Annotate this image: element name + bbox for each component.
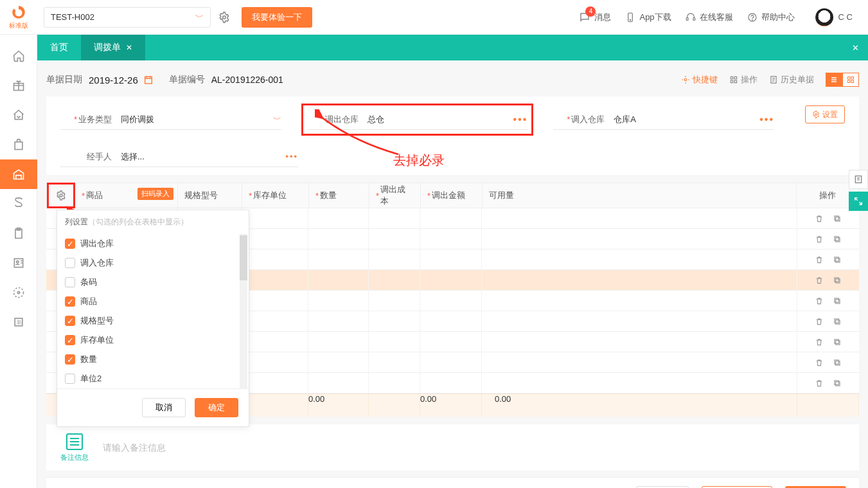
- handler-field[interactable]: 经手人 选择... •••: [60, 147, 298, 167]
- col-cost: *调出成本: [369, 183, 421, 208]
- more-icon[interactable]: •••: [759, 114, 774, 125]
- calendar-icon[interactable]: [143, 75, 154, 85]
- rail-money-icon[interactable]: [0, 189, 37, 219]
- column-toggle-item[interactable]: ✓规格型号: [65, 311, 241, 330]
- delete-icon[interactable]: [815, 379, 824, 388]
- nav-help[interactable]: 帮助中心: [747, 12, 795, 23]
- copy-icon[interactable]: [833, 296, 842, 305]
- checkbox-icon[interactable]: ✓: [65, 335, 75, 345]
- checkbox-icon[interactable]: ✓: [65, 316, 75, 326]
- save-button[interactable]: 保存 ▾: [785, 486, 846, 489]
- column-toggle-item[interactable]: ✓数量: [65, 350, 241, 369]
- nav-app-download[interactable]: App下载: [625, 12, 671, 23]
- discard-button[interactable]: 放弃: [636, 486, 689, 489]
- more-icon[interactable]: •••: [513, 114, 528, 125]
- history-link[interactable]: 历史单据: [769, 74, 814, 86]
- svg-rect-42: [836, 340, 840, 344]
- tab-home[interactable]: 首页: [37, 35, 81, 60]
- svg-rect-30: [836, 217, 840, 221]
- svg-rect-33: [835, 236, 838, 240]
- delete-icon[interactable]: [815, 235, 824, 244]
- checkbox-icon[interactable]: ✓: [65, 354, 75, 365]
- copy-icon[interactable]: [833, 214, 842, 223]
- checkbox-icon[interactable]: ✓: [65, 296, 75, 307]
- rail-settings-icon[interactable]: [0, 278, 37, 307]
- popover-list[interactable]: ✓调出仓库调入仓库条码✓商品✓规格型号✓库存单位✓数量单位2: [57, 234, 249, 388]
- rail-bag-icon[interactable]: [0, 130, 37, 159]
- checkbox-icon[interactable]: [65, 277, 75, 287]
- ok-button[interactable]: 确定: [195, 398, 238, 417]
- tab-current[interactable]: 调拨单 ✕: [81, 35, 145, 60]
- settings-button[interactable]: 设置: [805, 105, 845, 123]
- gear-icon[interactable]: [218, 12, 230, 23]
- delete-icon[interactable]: [815, 296, 824, 305]
- view-list-icon[interactable]: [826, 73, 842, 87]
- delete-icon[interactable]: [815, 214, 824, 223]
- rail-warehouse-icon[interactable]: [0, 159, 37, 189]
- copy-icon[interactable]: [833, 358, 842, 367]
- more-icon[interactable]: •••: [285, 152, 298, 161]
- trial-button[interactable]: 我要体验一下: [242, 7, 312, 28]
- out-warehouse-field[interactable]: *调出仓库 总仓 •••: [307, 109, 528, 130]
- remark-input[interactable]: [103, 442, 846, 453]
- scrollbar-thumb[interactable]: [240, 235, 247, 280]
- delete-icon[interactable]: [815, 255, 824, 264]
- hotkey-link[interactable]: 快捷键: [681, 74, 718, 86]
- copy-icon[interactable]: [833, 276, 842, 285]
- nav-customer-service[interactable]: 在线客服: [686, 12, 733, 23]
- ops-link[interactable]: 操作: [729, 74, 757, 86]
- org-select[interactable]: TEST-H002 ﹀: [44, 7, 211, 28]
- rail-home-icon[interactable]: [0, 41, 37, 71]
- copy-icon[interactable]: [833, 317, 842, 326]
- docno-value: AL-20191226-001: [211, 75, 283, 85]
- copy-icon[interactable]: [833, 379, 842, 388]
- checkbox-icon[interactable]: [65, 374, 75, 384]
- copy-icon[interactable]: [833, 338, 842, 347]
- svg-rect-46: [836, 381, 840, 385]
- copy-icon[interactable]: [833, 255, 842, 264]
- in-warehouse-field[interactable]: *调入仓库 仓库A •••: [553, 109, 774, 130]
- save-draft-button[interactable]: 保存草稿: [702, 486, 772, 489]
- column-settings-button[interactable]: [47, 183, 75, 208]
- left-rail: 新: [0, 35, 37, 488]
- column-toggle-item[interactable]: ✓商品: [65, 292, 241, 311]
- column-toggle-label: 数量: [80, 354, 97, 365]
- svg-rect-39: [835, 298, 838, 302]
- biztype-value: 同价调拨: [121, 114, 273, 125]
- nav-messages[interactable]: 4 消息: [579, 12, 611, 23]
- copy-icon[interactable]: [833, 235, 842, 244]
- column-toggle-item[interactable]: ✓库存单位: [65, 330, 241, 350]
- rail-new-icon[interactable]: 新: [0, 307, 37, 337]
- cancel-button[interactable]: 取消: [142, 398, 186, 417]
- column-toggle-item[interactable]: ✓调出仓库: [65, 234, 241, 253]
- column-toggle-item[interactable]: 单位2: [65, 369, 241, 388]
- close-icon[interactable]: ✕: [126, 43, 132, 52]
- rail-gift-icon[interactable]: [0, 71, 37, 100]
- checkbox-icon[interactable]: [65, 258, 75, 268]
- scan-input-badge[interactable]: 扫码录入: [137, 188, 173, 200]
- float-expand-icon[interactable]: [849, 192, 868, 211]
- popover-title: 列设置（勾选的列会在表格中显示）: [57, 210, 249, 234]
- rail-return-icon[interactable]: [0, 100, 37, 130]
- delete-icon[interactable]: [815, 317, 824, 326]
- rail-contacts-icon[interactable]: [0, 248, 37, 278]
- rail-clipboard-icon[interactable]: [0, 219, 37, 248]
- column-toggle-item[interactable]: 调入仓库: [65, 253, 241, 273]
- username[interactable]: C C: [838, 12, 853, 22]
- docno-label: 单据编号: [169, 74, 205, 86]
- view-grid-icon[interactable]: [842, 73, 859, 87]
- float-note-icon[interactable]: [849, 170, 868, 189]
- delete-icon[interactable]: [815, 338, 824, 347]
- date-value[interactable]: 2019-12-26: [89, 75, 138, 86]
- svg-rect-40: [836, 320, 840, 323]
- close-all-tabs[interactable]: ✕: [842, 35, 868, 60]
- delete-icon[interactable]: [815, 358, 824, 367]
- svg-rect-27: [851, 80, 854, 83]
- avatar[interactable]: [815, 8, 833, 26]
- biztype-field[interactable]: *业务类型 同价调拨 ﹀: [60, 109, 281, 130]
- form-card: 设置 *业务类型 同价调拨 ﹀ *调出仓库 总仓 ••• *调入仓库 仓库A •…: [46, 96, 859, 175]
- column-toggle-item[interactable]: 条码: [65, 273, 241, 292]
- checkbox-icon[interactable]: ✓: [65, 239, 75, 249]
- col-amount: *调出金额: [421, 183, 483, 208]
- delete-icon[interactable]: [815, 276, 824, 285]
